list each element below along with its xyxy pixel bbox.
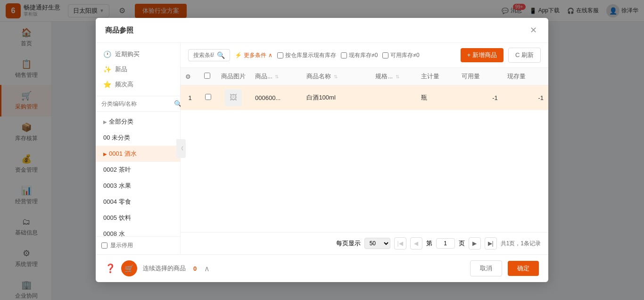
filter-icon: ⚡ [235, 52, 242, 58]
per-page-select[interactable]: 50 100 200 [364, 238, 390, 249]
product-search-icon[interactable]: 🔍 [217, 51, 225, 59]
th-spec[interactable]: 规格... ⇅ [371, 68, 416, 85]
warehouse-checkbox[interactable] [277, 52, 283, 58]
cat-item-0002[interactable]: 0002 茶叶 [96, 162, 180, 178]
modal-body: 🕐 近期购买 ✨ 新品 ⭐ 频次高 🔍 [96, 43, 548, 254]
selected-count: 0 [193, 265, 197, 272]
row-checkbox[interactable] [199, 85, 216, 110]
product-table: ⚙ 商品图片 商品... ⇅ 商品名称 ⇅ [181, 68, 548, 110]
product-table-wrap: ⚙ 商品图片 商品... ⇅ 商品名称 ⇅ [181, 68, 548, 232]
tab-freq-label: 频次高 [115, 80, 133, 89]
usable-checkbox[interactable] [382, 52, 388, 58]
code-sort-icon: ⇅ [275, 74, 279, 79]
tab-recent-purchase[interactable]: 🕐 近期购买 [96, 47, 180, 62]
help-icon[interactable]: ❓ [105, 263, 116, 274]
th-gear[interactable]: ⚙ [181, 68, 199, 85]
category-list: ▶ 全部分类 00 未分类 ▶ 0001 酒水 0002 茶叶 0003 水果 [96, 112, 180, 236]
star-icon: ⭐ [103, 81, 111, 88]
row-unit: 瓶 [416, 85, 456, 110]
cat-item-0003[interactable]: 0003 水果 [96, 178, 180, 194]
cat-item-0001[interactable]: ▶ 0001 酒水 [96, 146, 180, 162]
pagination: 每页显示 50 100 200 |◀ ◀ 第 页 ▶ ▶| 共1页，1条记录 [181, 232, 548, 254]
product-panel: 🔍 ⚡ 更多条件 ∧ 按仓库显示现有库存 现有库存≠0 [181, 43, 548, 254]
row-available: -1 [457, 85, 503, 110]
th-stock: 现存量 [503, 68, 548, 85]
show-disabled-label[interactable]: 显示停用 [101, 242, 174, 250]
product-toolbar: 🔍 ⚡ 更多条件 ∧ 按仓库显示现有库存 现有库存≠0 [181, 43, 548, 68]
th-image: 商品图片 [216, 68, 250, 85]
row-num: 1 [181, 85, 199, 110]
row-select-checkbox[interactable] [205, 94, 211, 100]
product-reference-modal: 商品参照 ✕ 🕐 近期购买 ✨ 新品 ⭐ 频次高 [96, 18, 548, 282]
refresh-button[interactable]: C 刷新 [508, 48, 541, 63]
warehouse-checkbox-label[interactable]: 按仓库显示现有库存 [277, 51, 336, 59]
cat-arrow-all: ▶ [103, 119, 107, 125]
product-search-box: 🔍 [188, 49, 230, 61]
table-row[interactable]: 1 🖼 000600... 白酒100ml 瓶 -1 -1 [181, 85, 548, 110]
th-unit[interactable]: 主计量 [416, 68, 456, 85]
cat-item-all[interactable]: ▶ 全部分类 [96, 114, 180, 130]
spec-sort-icon: ⇅ [396, 74, 399, 79]
page-unit: 页 [459, 239, 465, 248]
footer-collapse-icon[interactable]: ∧ [204, 264, 210, 273]
category-search: 🔍 [96, 96, 180, 112]
th-name[interactable]: 商品名称 ⇅ [302, 68, 371, 85]
tab-recent-label: 近期购买 [115, 50, 140, 58]
modal-overlay: 商品参照 ✕ 🕐 近期购买 ✨ 新品 ⭐ 频次高 [0, 0, 644, 300]
select-all-checkbox[interactable] [204, 73, 210, 79]
category-top-tabs: 🕐 近期购买 ✨ 新品 ⭐ 频次高 [96, 43, 180, 96]
page-label: 第 [426, 239, 432, 248]
name-sort-icon: ⇅ [334, 74, 338, 79]
category-panel: 🕐 近期购买 ✨ 新品 ⭐ 频次高 🔍 [96, 43, 181, 254]
category-search-input[interactable] [101, 100, 172, 107]
add-product-button[interactable]: + 新增商品 [461, 48, 504, 62]
per-page-label: 每页显示 [336, 239, 361, 248]
cat-item-0008[interactable]: 0008 水 [96, 226, 180, 236]
cart-icon: 🛒 [121, 260, 137, 276]
available-checkbox-text: 现有库存≠0 [349, 51, 378, 59]
new-icon: ✨ [103, 66, 111, 73]
usable-checkbox-label[interactable]: 可用库存≠0 [382, 51, 419, 59]
show-disabled-checkbox[interactable] [101, 242, 107, 249]
th-code[interactable]: 商品... ⇅ [250, 68, 302, 85]
page-first-button[interactable]: |◀ [394, 237, 406, 250]
page-last-button[interactable]: ▶| [485, 237, 497, 250]
th-check[interactable] [199, 68, 216, 85]
row-stock: -1 [503, 85, 548, 110]
row-code: 000600... [250, 85, 302, 110]
page-next-button[interactable]: ▶ [469, 237, 481, 250]
filter-arrow-icon: ∧ [268, 52, 272, 58]
row-spec [371, 85, 416, 110]
filter-label: 更多条件 [244, 51, 266, 59]
selected-label: 连续选择的商品 [143, 264, 186, 273]
cancel-button[interactable]: 取消 [470, 260, 502, 276]
modal-title: 商品参照 [105, 26, 133, 35]
clock-icon: 🕐 [103, 50, 111, 58]
warehouse-checkbox-text: 按仓库显示现有库存 [285, 51, 336, 59]
tab-high-frequency[interactable]: ⭐ 频次高 [96, 77, 180, 92]
page-number-input[interactable] [436, 238, 455, 249]
tab-new-label: 新品 [115, 65, 127, 74]
product-search-input[interactable] [193, 52, 214, 58]
cat-item-0005[interactable]: 0005 饮料 [96, 210, 180, 226]
row-image: 🖼 [216, 85, 250, 110]
modal-header: 商品参照 ✕ [96, 18, 548, 43]
available-checkbox-label[interactable]: 现有库存≠0 [341, 51, 378, 59]
row-name: 白酒100ml [302, 85, 371, 110]
modal-footer: ❓ 🛒 连续选择的商品 0 ∧ 取消 确定 [96, 254, 548, 282]
usable-checkbox-text: 可用库存≠0 [390, 51, 419, 59]
th-available: 可用量 [457, 68, 503, 85]
tab-new-products[interactable]: ✨ 新品 [96, 62, 180, 77]
available-checkbox[interactable] [341, 52, 347, 58]
product-image-placeholder: 🖼 [225, 89, 242, 106]
modal-close-button[interactable]: ✕ [528, 25, 539, 36]
confirm-button[interactable]: 确定 [508, 261, 539, 276]
page-prev-button[interactable]: ◀ [410, 237, 422, 250]
panel-collapse-button[interactable]: 《 [176, 139, 186, 158]
cat-item-00[interactable]: 00 未分类 [96, 130, 180, 146]
cat-item-0004[interactable]: 0004 零食 [96, 194, 180, 210]
filter-more-button[interactable]: ⚡ 更多条件 ∧ [235, 51, 272, 59]
page-total-info: 共1页，1条记录 [501, 240, 541, 248]
cat-arrow-0001: ▶ [103, 151, 107, 157]
category-footer: 显示停用 [96, 236, 180, 254]
